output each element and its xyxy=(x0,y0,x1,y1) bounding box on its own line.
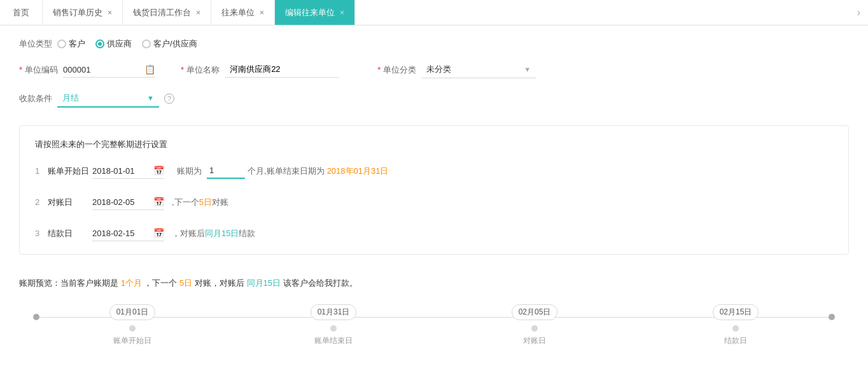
setting-name-3: 结款日 xyxy=(48,228,92,239)
calendar-icon-1[interactable]: 📅 xyxy=(153,165,164,176)
setting-date-3-input[interactable] xyxy=(92,229,150,238)
setting-date-1-input[interactable] xyxy=(92,166,150,176)
setting-number-1: 1 xyxy=(35,166,48,176)
preview-part2-suffix: 对账，对账后 xyxy=(195,278,244,288)
payment-terms-label: 收款条件 xyxy=(19,93,52,104)
setting-number-3: 3 xyxy=(35,229,48,238)
setting-desc-2-suffix: 对账 xyxy=(212,197,228,208)
timeline-badge-1: 01月01日 xyxy=(109,304,156,320)
unit-code-label: 单位编码 xyxy=(25,64,58,76)
preview-part2-prefix: ，下一个 xyxy=(144,278,177,288)
timeline-point-4: 02月15日 结款日 xyxy=(713,304,759,346)
period-input[interactable] xyxy=(207,163,245,179)
setting-desc-3-highlight: 同月15日 xyxy=(205,228,239,239)
period-end-date: 2018年01月31日 xyxy=(327,165,389,177)
unit-info-row: * 单位编码 📋 * 单位名称 * 单位分类 未分类 ▼ xyxy=(19,61,849,78)
preview-part1: 1个月 xyxy=(121,278,142,288)
payment-terms-select[interactable]: 月结 ▼ xyxy=(57,90,159,108)
setting-row-3: 3 结款日 📅 ，对账后 同月15日 结款 xyxy=(35,225,833,241)
unit-name-group: * 单位名称 xyxy=(181,62,339,78)
calendar-icon-3[interactable]: 📅 xyxy=(153,228,164,238)
timeline-badge-3: 02月05日 xyxy=(512,304,558,320)
radio-customer-label: 客户 xyxy=(69,38,85,50)
calendar-icon-2[interactable]: 📅 xyxy=(153,197,164,207)
tab-cash-work-close[interactable]: × xyxy=(196,8,200,17)
setting-desc-2-highlight: 5日 xyxy=(199,197,212,208)
setting-number-2: 2 xyxy=(35,197,48,207)
payment-terms-help[interactable]: ? xyxy=(164,94,174,104)
timeline-label-1: 账单开始日 xyxy=(113,335,151,346)
payment-terms-arrow: ▼ xyxy=(147,94,154,102)
radio-both-circle xyxy=(142,39,151,48)
preview-label: 账期预览：当前客户账期是 xyxy=(19,278,118,288)
timeline-label-4: 结款日 xyxy=(724,335,747,346)
unit-category-group: * 单位分类 未分类 ▼ xyxy=(377,61,536,78)
tab-home-label: 首页 xyxy=(13,7,29,18)
tab-edit-partner-label: 编辑往来单位 xyxy=(285,7,335,18)
radio-group: 客户 供应商 客户/供应商 xyxy=(57,38,197,50)
timeline-dot-3 xyxy=(531,325,538,332)
timeline-point-1: 01月01日 账单开始日 xyxy=(109,304,156,346)
timeline-badge-2: 01月31日 xyxy=(311,304,357,320)
unit-name-input[interactable] xyxy=(225,62,339,77)
tab-edit-partner-close[interactable]: × xyxy=(340,8,344,17)
timeline-dot-4 xyxy=(732,325,739,332)
timeline-point-3: 02月05日 对账日 xyxy=(512,304,558,346)
payment-terms-group: 收款条件 月结 ▼ ? xyxy=(19,90,174,108)
tab-partner-unit[interactable]: 往来单位 × xyxy=(211,0,275,25)
timeline-label-3: 对账日 xyxy=(523,335,546,346)
preview-part3-highlight: 同月15日 xyxy=(247,278,281,288)
unit-code-group: * 单位编码 📋 xyxy=(19,62,155,78)
payment-terms-row: 收款条件 月结 ▼ ? xyxy=(19,90,849,108)
form-section: 单位类型 客户 供应商 客户/供应商 xyxy=(0,25,868,125)
unit-type-row: 单位类型 客户 供应商 客户/供应商 xyxy=(19,38,849,50)
unit-type-group: 单位类型 客户 供应商 客户/供应商 xyxy=(19,38,197,50)
card-title: 请按照未来的一个完整帐期进行设置 xyxy=(35,139,833,150)
unit-category-arrow: ▼ xyxy=(524,66,531,73)
preview-section: 账期预览：当前客户账期是 1个月 ，下一个 5日 对账，对账后 同月15日 该客… xyxy=(0,267,868,372)
setting-date-2-input[interactable] xyxy=(92,197,150,207)
radio-customer[interactable]: 客户 xyxy=(57,38,85,50)
unit-category-select[interactable]: 未分类 ▼ xyxy=(421,61,536,78)
tab-partner-unit-label: 往来单位 xyxy=(221,7,255,18)
setting-date-1: 📅 xyxy=(92,163,164,179)
period-suffix: 个月,账单结束日期为 xyxy=(248,165,325,177)
period-label: 账期为 xyxy=(177,165,202,177)
timeline-badge-4: 02月15日 xyxy=(713,304,759,320)
tab-home[interactable]: 首页 xyxy=(0,0,43,25)
radio-supplier[interactable]: 供应商 xyxy=(95,38,132,50)
radio-both-label: 客户/供应商 xyxy=(153,38,197,50)
setting-row-1: 1 账单开始日 📅 账期为 个月,账单结束日期为 2018年01月31日 xyxy=(35,163,833,179)
setting-desc-2-prefix: ,下一个 xyxy=(172,197,199,208)
setting-date-3: 📅 xyxy=(92,225,164,241)
tab-sales-history-label: 销售订单历史 xyxy=(53,7,102,18)
tab-partner-unit-close[interactable]: × xyxy=(260,8,264,17)
tab-cash-work-label: 钱货日清工作台 xyxy=(133,7,191,18)
tab-expand-btn[interactable]: › xyxy=(850,7,868,18)
setting-desc-3-prefix: ，对账后 xyxy=(172,228,205,239)
unit-category-value: 未分类 xyxy=(426,64,519,75)
tab-cash-work[interactable]: 钱货日清工作台 × xyxy=(123,0,211,25)
timeline: 01月01日 账单开始日 01月31日 账单结束日 02月05日 对账日 02月… xyxy=(19,304,849,372)
unit-type-label: 单位类型 xyxy=(19,38,52,50)
unit-code-input[interactable] xyxy=(63,65,139,74)
setting-card: 请按照未来的一个完整帐期进行设置 1 账单开始日 📅 账期为 个月,账单结束日期… xyxy=(19,125,849,255)
timeline-dot-2 xyxy=(330,325,337,332)
unit-code-required: * xyxy=(19,65,22,74)
unit-category-required: * xyxy=(377,65,381,74)
preview-text: 账期预览：当前客户账期是 1个月 ，下一个 5日 对账，对账后 同月15日 该客… xyxy=(19,278,849,289)
unit-code-icon[interactable]: 📋 xyxy=(144,64,155,74)
radio-both[interactable]: 客户/供应商 xyxy=(142,38,197,50)
unit-name-required: * xyxy=(181,65,184,74)
main-content: 单位类型 客户 供应商 客户/供应商 xyxy=(0,25,868,387)
radio-supplier-label: 供应商 xyxy=(107,38,132,50)
tab-sales-history[interactable]: 销售订单历史 × xyxy=(43,0,123,25)
unit-code-input-wrapper: 📋 xyxy=(63,62,155,78)
tab-sales-history-close[interactable]: × xyxy=(108,8,112,17)
tab-edit-partner[interactable]: 编辑往来单位 × xyxy=(275,0,355,25)
timeline-points: 01月01日 账单开始日 01月31日 账单结束日 02月05日 对账日 02月… xyxy=(32,304,836,346)
setting-name-1: 账单开始日 xyxy=(48,165,92,177)
payment-terms-value: 月结 xyxy=(62,92,142,104)
preview-part2-highlight: 5日 xyxy=(179,278,192,288)
setting-desc-3-suffix: 结款 xyxy=(239,228,255,239)
